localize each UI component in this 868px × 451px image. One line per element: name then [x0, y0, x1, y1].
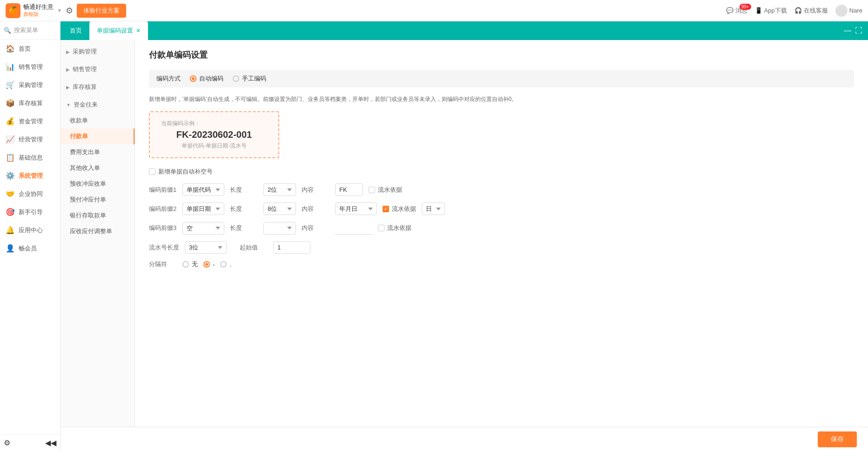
content1-input[interactable] [335, 183, 363, 196]
sidebar-label-purchase: 采购管理 [19, 81, 43, 89]
finance-icon: 💰 [6, 117, 15, 126]
separator-dot-label: . [229, 261, 231, 268]
sub-group-label-sales: 销售管理 [73, 65, 97, 74]
sub-group-title-sales[interactable]: ▶ 销售管理 [61, 61, 135, 77]
sub-group-title-capital[interactable]: ▼ 资金往来 [61, 97, 135, 113]
separator-none-radio[interactable]: 无 [182, 260, 198, 269]
prefix2-select[interactable]: 单据日期 [182, 202, 224, 215]
sidebar-item-inventory[interactable]: 📦 库存核算 [0, 94, 60, 112]
sidebar-item-app[interactable]: 🔔 应用中心 [0, 221, 60, 239]
auto-fill-checkbox[interactable] [149, 168, 155, 175]
separator-dash-radio[interactable]: - [203, 261, 215, 268]
sub-item-bank[interactable]: 银行存取款单 [61, 208, 135, 223]
auto-encode-label: 自动编码 [199, 74, 223, 83]
sidebar-item-home[interactable]: 🏠 首页 [0, 40, 60, 58]
bottom-bar: 保存 [61, 427, 868, 451]
sidebar-item-purchase[interactable]: 🛒 采购管理 [0, 76, 60, 94]
sidebar-label-basic: 基础信息 [19, 154, 43, 162]
sub-item-income[interactable]: 其他收入单 [61, 160, 135, 176]
window-minimize-icon[interactable]: — [844, 27, 851, 35]
length2-select[interactable]: 8位 [263, 202, 296, 215]
serial1-checkbox[interactable] [369, 187, 375, 193]
prefix3-select[interactable]: 空 [182, 222, 224, 235]
encoding-method: 编码方式 自动编码 手工编码 [149, 70, 854, 88]
system-icon: ⚙️ [6, 171, 15, 180]
app-download-btn[interactable]: 📱 App下载 [755, 7, 787, 15]
message-btn[interactable]: 💬 消息 99+ [726, 7, 747, 15]
top-header: 🍊 畅通好生意 旗舰版 ▼ ⚙ 体验行业方案 💬 消息 99+ 📱 App下载 … [0, 0, 868, 21]
serial-length-select[interactable]: 3位 [185, 241, 227, 254]
sub-item-payment[interactable]: 付款单 [61, 128, 135, 144]
sidebar-item-member[interactable]: 👤 畅会员 [0, 239, 60, 257]
purchase-icon: 🛒 [6, 81, 15, 89]
tab-encoding[interactable]: 单据编码设置 ✕ [89, 21, 148, 40]
separator-dot-circle [220, 261, 227, 268]
sub-item-receipt[interactable]: 收款单 [61, 113, 135, 128]
logo-sub: 旗舰版 [23, 11, 54, 18]
prefix3-label: 编码前缀3 [149, 224, 177, 232]
settings-icon[interactable]: ⚙ [66, 6, 73, 16]
sidebar-item-management[interactable]: 📈 经营管理 [0, 130, 60, 148]
auto-encode-radio[interactable]: 自动编码 [190, 74, 223, 83]
sub-item-prepay-pay[interactable]: 预付冲应付单 [61, 192, 135, 208]
sidebar-item-basic[interactable]: 📋 基础信息 [0, 148, 60, 167]
serial3-checkbox[interactable] [378, 225, 384, 231]
prefix1-select[interactable]: 单据代码 [182, 183, 224, 196]
serial1-label: 流水依据 [378, 186, 402, 194]
sidebar-item-guide[interactable]: 🎯 新手引导 [0, 203, 60, 221]
prefix-row-1: 编码前缀1 单据代码 长度 2位 内容 流水依据 [149, 183, 854, 196]
serial1-row[interactable]: 流水依据 [369, 186, 402, 194]
sidebar-item-finance[interactable]: 💰 资金管理 [0, 112, 60, 130]
auto-fill-row[interactable]: 新增单据自动补空号 [149, 168, 854, 176]
serial3-row[interactable]: 流水依据 [378, 224, 411, 232]
dropdown-icon[interactable]: ▼ [57, 8, 62, 13]
length1-select[interactable]: 2位 [263, 183, 296, 196]
settings-bottom-icon[interactable]: ⚙ [4, 438, 10, 447]
sub-item-adjust[interactable]: 应收应付调整单 [61, 223, 135, 239]
main-layout: 🔍 搜索菜单 🏠 首页 📊 销售管理 🛒 采购管理 📦 库存核算 💰 资金管理 … [0, 21, 868, 451]
search-label: 搜索菜单 [14, 26, 38, 34]
content2-select[interactable]: 年月日 [335, 202, 377, 215]
username: Nare [849, 7, 862, 14]
serial3-label: 流水依据 [387, 224, 411, 232]
preview-box: 当前编码示例： FK-20230602-001 单据代码-单据日期-流水号 [149, 111, 279, 158]
serial2-checkbox[interactable]: ✓ [383, 206, 389, 212]
start-value-label: 起始值 [240, 243, 268, 252]
separator-dash-circle [203, 261, 210, 268]
window-maximize-icon[interactable]: ⛶ [855, 27, 862, 35]
online-service-btn[interactable]: 🎧 在线客服 [794, 7, 828, 15]
sub-group-label-inventory: 库存核算 [73, 83, 97, 91]
online-service-label: 在线客服 [804, 7, 828, 15]
prefix2-label: 编码前缀2 [149, 205, 177, 213]
separator-dot-radio[interactable]: . [220, 261, 231, 268]
sidebar-label-app: 应用中心 [19, 226, 43, 235]
user-profile[interactable]: Nare [835, 5, 862, 17]
manual-encode-radio[interactable]: 手工编码 [233, 74, 266, 83]
sidebar-label-finance: 资金管理 [19, 117, 43, 126]
sidebar-item-enterprise[interactable]: 🤝 企业协同 [0, 185, 60, 203]
sidebar-item-sales[interactable]: 📊 销售管理 [0, 58, 60, 76]
serial2-unit-select[interactable]: 日 [422, 202, 445, 215]
sidebar-item-system[interactable]: ⚙️ 系统管理 [0, 167, 60, 185]
sub-group-title-purchase[interactable]: ▶ 采购管理 [61, 44, 135, 60]
expand-inventory-icon: ▶ [66, 85, 70, 90]
experience-btn[interactable]: 体验行业方案 [77, 4, 126, 18]
tab-home[interactable]: 首页 [62, 21, 89, 40]
auto-encode-radio-dot [192, 77, 195, 80]
separator-row: 分隔符 无 - . [149, 260, 854, 269]
collapse-icon[interactable]: ◀◀ [45, 438, 56, 447]
save-button[interactable]: 保存 [818, 431, 857, 447]
tab-close-icon[interactable]: ✕ [136, 27, 141, 34]
start-value-input[interactable] [273, 241, 310, 254]
serial2-label: 流水依据 [392, 205, 416, 213]
serial2-row[interactable]: ✓ 流水依据 [383, 205, 416, 213]
content1-label: 内容 [302, 186, 330, 194]
sidebar-search[interactable]: 🔍 搜索菜单 [0, 21, 60, 40]
sub-item-expense[interactable]: 费用支出单 [61, 144, 135, 160]
sub-item-prepay-recv[interactable]: 预收冲应收单 [61, 176, 135, 192]
sub-group-label-purchase: 采购管理 [73, 47, 97, 56]
sub-menu: ▶ 采购管理 ▶ 销售管理 ▶ 库存核算 [61, 40, 135, 427]
expand-sales-icon: ▶ [66, 67, 70, 72]
length3-select[interactable] [263, 222, 296, 235]
sub-group-title-inventory[interactable]: ▶ 库存核算 [61, 79, 135, 95]
